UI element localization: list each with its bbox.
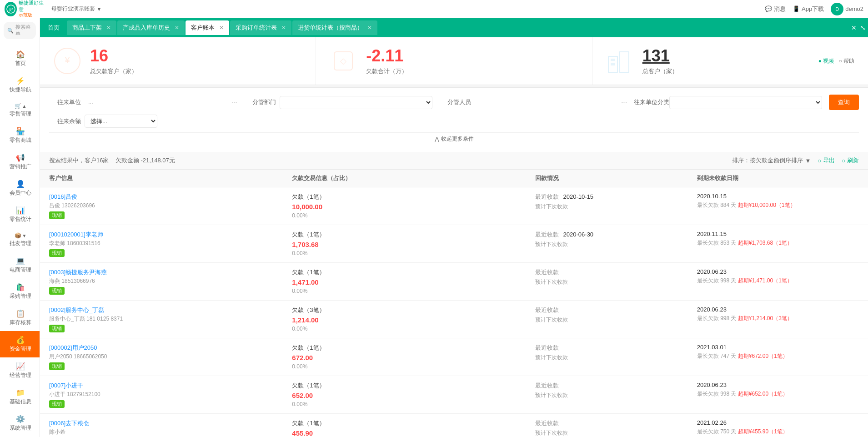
tab-production-history[interactable]: 产成品入库单历史 ✕ — [117, 20, 185, 35]
overdue-link[interactable]: 超期¥652.00（1笔） — [738, 391, 788, 397]
collapse-button[interactable]: ⋀ 收起更多条件 — [49, 132, 859, 145]
tab-product-offline-label: 商品上下架 — [72, 24, 102, 32]
tab-minimize-icon[interactable]: ✕ — [851, 24, 857, 31]
results-bar: 搜索结果中，客户16家 欠款金额 -21,148.07元 排序：按欠款金额倒序排… — [40, 152, 868, 170]
sidebar-item-ecommerce[interactable]: 💻 电商管理 — [0, 252, 40, 278]
search-button[interactable]: 查询 — [829, 95, 859, 110]
user-name: demo2 — [845, 5, 863, 12]
industry-selector[interactable]: 母婴行业演示账套 ▼ — [51, 5, 102, 13]
sidebar-item-basic-info[interactable]: 📁 基础信息 — [0, 384, 40, 410]
sidebar-item-retail-stats[interactable]: 📊 零售统计 — [0, 201, 40, 228]
sidebar: 🔍 搜索菜单 🏠 首页 ⚡ 快捷导航 🛒 ▲ — [0, 18, 40, 437]
sidebar-item-finance[interactable]: 💰 资金管理 — [0, 331, 40, 357]
close-icon[interactable]: ✕ — [281, 25, 286, 31]
sidebar-item-label: 快捷导航 — [1, 86, 40, 94]
customer-name-link[interactable]: [0016]吕俊 — [49, 193, 292, 201]
stat-card-debt-customers: ¥ 16 总欠款客户（家） — [40, 37, 316, 85]
recovery-cell: 最近收款 预计下次收款 — [535, 306, 697, 332]
sort-dropdown[interactable]: 排序：按欠款金额倒序排序 ▼ — [732, 156, 811, 165]
sidebar-item-home[interactable]: 🏠 首页 — [0, 45, 40, 72]
customer-name-link[interactable]: [0003]畅捷服务尹海燕 — [49, 268, 292, 276]
header-debt: 欠款交易信息（占比） — [292, 174, 535, 182]
sidebar-item-retail-mgmt[interactable]: 🛒 ▲ 零售管理 — [0, 98, 40, 122]
sidebar-item-label: 电商管理 — [1, 266, 40, 274]
filter-balance-select[interactable]: 选择... — [85, 115, 157, 128]
customer-name-link[interactable]: [000002]用户2050 — [49, 344, 292, 352]
help-button[interactable]: ○ 帮助 — [838, 57, 854, 65]
overdue-link[interactable]: 超期¥1,214.00（3笔） — [738, 315, 793, 321]
overdue-link[interactable]: 超期¥672.00（1笔） — [738, 353, 788, 359]
close-icon[interactable]: ✕ — [106, 25, 111, 31]
stat-content-amount: -2.11 欠款合计（万） — [366, 46, 578, 75]
customer-name-link[interactable]: [0007]小进干 — [49, 382, 292, 390]
export-button[interactable]: ○ 导出 — [818, 156, 835, 165]
last-payment: 最近收款 — [535, 344, 697, 352]
debt-count: 欠款（1笔） — [292, 344, 535, 352]
sidebar-item-retail-mall[interactable]: 🏪 零售商城 — [0, 122, 40, 149]
filter-manager-label: 分管人员 — [439, 98, 471, 106]
batch-mgmt-row: 📦 ▼ — [1, 232, 40, 239]
customer-phone: 小进干 18279152100 — [49, 391, 292, 398]
debt-cell: 欠款（1笔） 652.00 0.00% — [292, 382, 535, 408]
customer-cell: [0003]畅捷服务尹海燕 海燕 18513066976 现销 — [49, 268, 292, 295]
arrow-down-icon: ▼ — [22, 233, 27, 238]
close-icon[interactable]: ✕ — [175, 25, 179, 31]
customer-name-link[interactable]: [0006]去下粮仓 — [49, 419, 292, 427]
due-date: 2021.03.01 — [697, 344, 859, 351]
sidebar-item-batch-mgmt[interactable]: 📦 ▼ 批发管理 — [0, 228, 40, 252]
debt-amount-label: 欠款合计（万） — [366, 67, 578, 75]
user-profile[interactable]: D demo2 — [831, 3, 863, 15]
debt-amount: 1,703.68 — [292, 241, 535, 248]
due-date: 2020.11.15 — [697, 231, 859, 237]
tab-product-offline[interactable]: 商品上下架 ✕ — [67, 20, 116, 35]
tab-expand-icon[interactable]: ⤡ — [860, 24, 866, 31]
tab-bar: 首页 商品上下架 ✕ 产成品入库单历史 ✕ 客户账本 ✕ 采购订单统计表 ✕ — [40, 18, 868, 37]
recovery-cell: 最近收款2020-06-30 预计下次收款 — [535, 231, 697, 257]
customer-phone: 李老师 18600391516 — [49, 240, 292, 247]
industry-label: 母婴行业演示账套 — [51, 5, 95, 13]
refresh-button[interactable]: ○ 刷新 — [842, 156, 859, 165]
tab-home[interactable]: 首页 — [42, 20, 65, 35]
sidebar-item-purchase[interactable]: 🛍️ 采购管理 — [0, 278, 40, 305]
stat-card-total-customers: 131 总客户（家） ● 视频 ○ 帮助 — [592, 37, 868, 85]
app-download-button[interactable]: 📱 App下载 — [793, 5, 824, 13]
sidebar-item-marketing[interactable]: 📢 营销推广 — [0, 149, 40, 175]
sidebar-item-inventory[interactable]: 📋 库存核算 — [0, 305, 40, 331]
close-icon[interactable]: ✕ — [219, 25, 224, 31]
debt-percent: 0.00% — [292, 326, 535, 332]
overdue-link[interactable]: 超期¥1,471.00（1笔） — [738, 277, 793, 284]
customer-name-link[interactable]: [0001020001]李老师 — [49, 231, 292, 239]
total-customers-icon — [606, 47, 633, 75]
sidebar-item-label: 资金管理 — [1, 345, 40, 353]
video-button[interactable]: ● 视频 — [818, 57, 834, 65]
overdue-link[interactable]: 超期¥455.90（1笔） — [738, 428, 788, 435]
overdue-link[interactable]: 超期¥10,000.00（1笔） — [738, 202, 796, 208]
stat-card-actions: ● 视频 ○ 帮助 — [818, 57, 854, 65]
sidebar-item-operations[interactable]: 📈 经营管理 — [0, 357, 40, 384]
debt-cell: 欠款（3笔） 1,214.00 0.00% — [292, 306, 535, 332]
overdue-link[interactable]: 超期¥1,703.68（1笔） — [738, 240, 793, 246]
filter-category-select[interactable] — [669, 96, 822, 109]
tab-purchase-summary[interactable]: 进货单统计表（按商品） ✕ — [292, 20, 377, 35]
quick-nav-icon: ⚡ — [1, 76, 40, 85]
sidebar-item-member[interactable]: 👤 会员中心 — [0, 175, 40, 201]
tab-customer-account[interactable]: 客户账本 ✕ — [186, 20, 229, 35]
retail-stats-icon: 📊 — [1, 206, 40, 215]
stat-content-total: 131 总客户（家） — [642, 46, 818, 75]
filter-unit-input[interactable] — [85, 96, 227, 108]
debt-count: 欠款（1笔） — [292, 382, 535, 390]
tab-purchase-stats[interactable]: 采购订单统计表 ✕ — [230, 20, 291, 35]
close-icon[interactable]: ✕ — [367, 25, 372, 31]
svg-rect-7 — [620, 52, 629, 72]
filter-manager-input[interactable] — [475, 96, 617, 108]
sidebar-search-box[interactable]: 🔍 搜索菜单 — [4, 22, 36, 39]
header-recovery: 回款情况 — [535, 174, 697, 182]
sidebar-item-label: 零售统计 — [1, 216, 40, 223]
retail-mgmt-icon: 🛒 — [15, 103, 21, 109]
debt-cell: 欠款（1笔） 672.00 0.00% — [292, 344, 535, 370]
customer-name-link[interactable]: [0002]服务中心_丁磊 — [49, 306, 292, 314]
sidebar-item-system[interactable]: ⚙️ 系统管理 — [0, 410, 40, 437]
sidebar-item-quick-nav[interactable]: ⚡ 快捷导航 — [0, 72, 40, 98]
message-button[interactable]: 💬 消息 — [765, 5, 786, 13]
filter-dept-select[interactable] — [280, 96, 432, 109]
